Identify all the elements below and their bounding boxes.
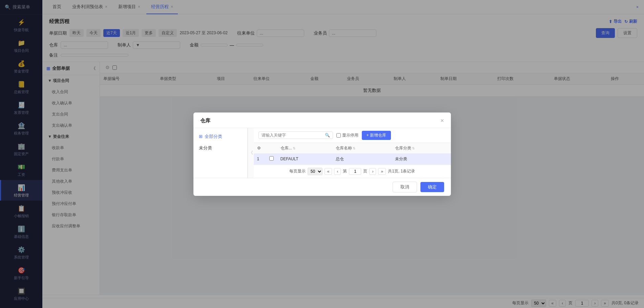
sort-code-icon: ⇅	[293, 146, 295, 150]
modal-per-page-select[interactable]: 50	[308, 168, 323, 175]
modal-col-category[interactable]: 仓库分类⇅	[392, 143, 451, 154]
modal-row-checkbox[interactable]	[269, 156, 274, 161]
show-disabled-checkbox-label[interactable]: 显示停用	[336, 132, 358, 138]
add-warehouse-button[interactable]: + 新增仓库	[362, 131, 391, 140]
modal-table-header-row: ⚙ 仓库...⇅ 仓库名称⇅ 仓库分类⇅	[254, 143, 451, 154]
show-disabled-label: 显示停用	[342, 132, 358, 138]
modal-row-index: 1	[254, 153, 266, 164]
modal-page-input[interactable]	[349, 168, 361, 175]
modal-body: ⊞ 全部分类 未分类 《 🔍	[193, 128, 451, 178]
modal-row-category: 未分类	[392, 153, 451, 164]
modal-row-name: 总仓	[332, 153, 392, 164]
warehouse-modal: 仓库 × ⊞ 全部分类 未分类 《	[193, 112, 451, 196]
modal-cancel-button[interactable]: 取消	[393, 182, 417, 192]
modal-page-label: 第	[343, 168, 347, 174]
modal-last-page-btn[interactable]: »	[378, 168, 386, 175]
modal-col-checkbox	[266, 143, 277, 154]
modal-table-wrap: ⚙ 仓库...⇅ 仓库名称⇅ 仓库分类⇅	[254, 143, 451, 165]
modal-unclassified[interactable]: 未分类	[193, 142, 247, 154]
sort-name-icon: ⇅	[353, 146, 355, 150]
show-disabled-checkbox[interactable]	[336, 133, 341, 138]
modal-search-icon: 🔍	[325, 133, 330, 138]
modal-header: 仓库 ×	[193, 112, 451, 128]
modal-pagination: 每页显示 50 « ‹ 第 页 › » 共1页, 1条记录	[254, 165, 451, 178]
modal-all-icon: ⊞	[199, 134, 203, 139]
modal-confirm-button[interactable]: 确定	[420, 182, 444, 192]
modal-close-btn[interactable]: ×	[440, 117, 444, 124]
modal-overlay[interactable]: 仓库 × ⊞ 全部分类 未分类 《	[0, 0, 644, 308]
modal-next-page-btn[interactable]: ›	[369, 168, 376, 175]
modal-collapse-divider[interactable]: 《	[248, 128, 254, 178]
modal-total-info: 共1页, 1条记录	[388, 168, 415, 174]
sort-category-icon: ⇅	[412, 146, 415, 150]
modal-col-settings[interactable]: ⚙	[254, 143, 266, 154]
modal-page-suffix: 页	[363, 168, 367, 174]
modal-row-code: DEFAULT	[277, 153, 333, 164]
modal-prev-page-btn[interactable]: ‹	[334, 168, 341, 175]
modal-per-page-label: 每页显示	[289, 168, 306, 174]
modal-col-name[interactable]: 仓库名称⇅	[332, 143, 392, 154]
modal-toolbar: 🔍 显示停用 + 新增仓库	[254, 128, 451, 143]
modal-unclassified-label: 未分类	[199, 145, 212, 151]
modal-all-label: 全部分类	[205, 134, 222, 140]
modal-title: 仓库	[200, 118, 210, 124]
modal-table: ⚙ 仓库...⇅ 仓库名称⇅ 仓库分类⇅	[254, 143, 451, 165]
modal-search-input[interactable]	[262, 133, 325, 138]
modal-search-box[interactable]: 🔍	[258, 131, 333, 139]
modal-footer: 取消 确定	[193, 178, 451, 196]
modal-all-category[interactable]: ⊞ 全部分类	[193, 131, 247, 142]
modal-collapse-icon: 《	[249, 150, 253, 156]
modal-table-row[interactable]: 1 DEFAULT 总仓 未分类	[254, 153, 451, 164]
modal-left-panel: ⊞ 全部分类 未分类	[193, 128, 248, 178]
modal-first-page-btn[interactable]: «	[325, 168, 332, 175]
modal-col-code[interactable]: 仓库...⇅	[277, 143, 333, 154]
modal-row-checkbox-cell[interactable]	[266, 153, 277, 164]
modal-right-panel: 🔍 显示停用 + 新增仓库 ⚙	[254, 128, 451, 178]
